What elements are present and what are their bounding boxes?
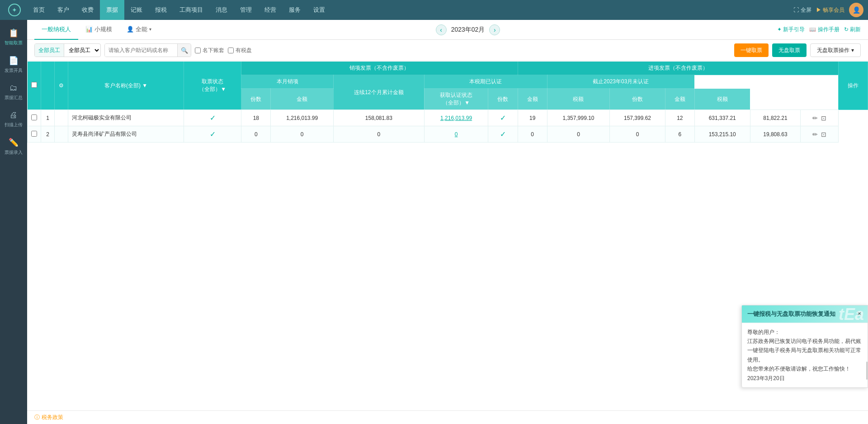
app-logo: ✦ xyxy=(5,0,24,20)
cert-status-icon-row1: ✓ xyxy=(500,114,506,122)
sidebar-item-scan-upload[interactable]: 🖨 扫描上传 xyxy=(2,107,25,132)
col-checkbox-header xyxy=(28,62,41,110)
nav-accounting[interactable]: 记账 xyxy=(124,0,149,20)
issue-invoice-icon: 📄 xyxy=(9,56,19,66)
col-monthly-sale: 本月销项 xyxy=(241,75,334,89)
one-click-fetch-button[interactable]: 一键取票 xyxy=(734,43,769,57)
col-cert-status[interactable]: 获取认证状态（全部）▼ xyxy=(424,89,488,110)
col-gear-header: ⚙ xyxy=(55,62,68,110)
employee-selector[interactable]: 全部员工 全部员工 xyxy=(34,43,101,57)
col-cur-tax: 税额 xyxy=(547,89,609,110)
nav-customer[interactable]: 客户 xyxy=(51,0,75,20)
nav-tax[interactable]: 报税 xyxy=(149,0,173,20)
col-sale-invoice-group: 销项发票（不含作废票） xyxy=(241,62,518,75)
col-cumulative-12m: 连续12个月累计金额 xyxy=(333,75,424,110)
row1-customer-name: 河北柯磁极实业有限公司 xyxy=(68,110,184,126)
under-account-check[interactable] xyxy=(195,48,201,53)
scan-upload-icon: 🖨 xyxy=(9,110,18,120)
member-btn[interactable]: ▶ 畅享会员 xyxy=(816,6,844,14)
tab-all[interactable]: 👤 全能 ▾ xyxy=(119,20,159,40)
data-entry-icon: ✏️ xyxy=(9,138,19,148)
row1-checkbox[interactable] xyxy=(28,110,41,126)
svg-text:✦: ✦ xyxy=(12,6,17,14)
invoice-summary-icon: 🗂 xyxy=(9,83,18,93)
row2-sale-count: 0 xyxy=(241,126,271,143)
has-tax-disk-checkbox[interactable]: 有税盘 xyxy=(228,47,252,54)
current-month: 2023年02月 xyxy=(451,26,485,34)
sidebar: 📋 智能取票 📄 发票开具 🗂 票据汇总 🖨 扫描上传 ✏️ 票据录入 xyxy=(0,20,27,424)
search-input[interactable] xyxy=(105,43,177,57)
has-tax-disk-check[interactable] xyxy=(228,48,234,53)
col-customer-header[interactable]: 客户名称(全部) ▼ xyxy=(68,62,184,110)
sidebar-item-label-issue-invoice: 发票开具 xyxy=(5,67,23,74)
popup-text: 尊敬的用户： 江苏政务网已恢复访问电子税务局功能，易代账一键登陆电子税务局与无盘… xyxy=(747,328,862,383)
sidebar-item-data-entry[interactable]: ✏️ 票据录入 xyxy=(2,134,25,159)
col-sale-amount: 金额 xyxy=(271,89,333,110)
bottom-bar: ⓘ 税务政策 xyxy=(27,410,868,424)
under-account-checkbox[interactable]: 名下账套 xyxy=(195,47,224,54)
nav-invoice[interactable]: 票据 xyxy=(100,0,124,20)
invoice-table: ⚙ 客户名称(全部) ▼ 取票状态（全部）▼ 销项发票（不含作废票） 进项发票（… xyxy=(27,61,868,143)
select-all-checkbox[interactable] xyxy=(31,82,37,88)
nav-operation[interactable]: 经营 xyxy=(258,0,283,20)
row1-action: ✏ ⊡ xyxy=(801,110,838,126)
cert-status-icon-row2: ✓ xyxy=(500,130,506,138)
row2-cumulative[interactable]: 0 xyxy=(424,126,488,143)
layout: 📋 智能取票 📄 发票开具 🗂 票据汇总 🖨 扫描上传 ✏️ 票据录入 一般纳税… xyxy=(0,20,868,424)
row1-copy-btn[interactable]: ⊡ xyxy=(821,114,826,122)
sidebar-item-label-scan-upload: 扫描上传 xyxy=(5,122,23,128)
row2-sale-tax: 0 xyxy=(333,126,424,143)
row1-index: 1 xyxy=(41,110,55,126)
nav-home[interactable]: 首页 xyxy=(27,0,51,20)
col-action-header: 操作 xyxy=(838,62,868,110)
main-nav: 首页 客户 收费 票据 记账 报税 工商项目 消息 管理 经营 服务 设置 xyxy=(27,0,793,20)
search-button[interactable]: 🔍 xyxy=(177,43,191,57)
header-group-row: ⚙ 客户名称(全部) ▼ 取票状态（全部）▼ 销项发票（不含作废票） 进项发票（… xyxy=(28,62,868,75)
row1-uncert-amount: 631,337.21 xyxy=(694,110,750,126)
sub-tabs: 一般纳税人 📊 小规模 👤 全能 ▾ ‹ 2023年02月 › ✦ 新手引导 📖… xyxy=(27,20,868,40)
manual-btn[interactable]: 📖 操作手册 xyxy=(809,26,839,33)
guide-btn[interactable]: ✦ 新手引导 xyxy=(777,26,805,33)
sidebar-item-smart-fetch[interactable]: 📋 智能取票 xyxy=(2,24,25,50)
fullscreen-btn[interactable]: ⛶ 全屏 xyxy=(793,6,811,14)
nav-business[interactable]: 工商项目 xyxy=(173,0,209,20)
prev-month-btn[interactable]: ‹ xyxy=(436,24,447,35)
refresh-btn[interactable]: ↻ 刷新 xyxy=(844,26,861,33)
table-row: 2 灵寿县尚泽矿产品有限公司 ✓ 0 0 0 0 ✓ 0 0 0 6 153,2… xyxy=(28,126,868,143)
row1-cumulative[interactable]: 1,216,013.99 xyxy=(424,110,488,126)
no-disk-fetch-button[interactable]: 无盘取票 xyxy=(772,43,807,57)
employee-select[interactable]: 全部员工 xyxy=(64,43,100,57)
no-disk-more-button[interactable]: 无盘取票操作 ▾ xyxy=(810,43,861,57)
tab-general[interactable]: 一般纳税人 xyxy=(34,20,78,40)
sidebar-item-invoice-summary[interactable]: 🗂 票据汇总 xyxy=(2,80,25,105)
all-icon: 👤 xyxy=(127,26,134,33)
col-cur-count: 份数 xyxy=(488,89,518,110)
scrollbar[interactable] xyxy=(866,362,868,380)
row2-edit-btn[interactable]: ✏ xyxy=(812,131,818,138)
nav-settings[interactable]: 设置 xyxy=(307,0,331,20)
col-cur-amount: 金额 xyxy=(518,89,547,110)
row1-edit-btn[interactable]: ✏ xyxy=(812,114,818,122)
nav-message[interactable]: 消息 xyxy=(209,0,234,20)
row2-cur-tax: 0 xyxy=(610,126,665,143)
nav-management[interactable]: 管理 xyxy=(234,0,258,20)
sidebar-item-issue-invoice[interactable]: 📄 发票开具 xyxy=(2,52,25,77)
col-purchase-invoice-group: 进项发票（不含作废票） xyxy=(518,62,838,75)
col-uncert-to-march: 截止2023年03月未认证 xyxy=(547,75,694,89)
col-fetch-status-header[interactable]: 取票状态（全部）▼ xyxy=(184,62,241,110)
next-month-btn[interactable]: › xyxy=(489,24,500,35)
employee-selector-label: 全部员工 xyxy=(35,43,64,57)
row2-copy-btn[interactable]: ⊡ xyxy=(821,131,826,138)
col-uncert-amount: 金额 xyxy=(665,89,694,110)
nav-service[interactable]: 服务 xyxy=(283,0,307,20)
avatar[interactable]: 👤 xyxy=(849,3,863,17)
col-sale-count: 份数 xyxy=(241,89,271,110)
row2-checkbox[interactable] xyxy=(28,126,41,143)
tab-small[interactable]: 📊 小规模 xyxy=(78,20,119,40)
row1-cur-count: 19 xyxy=(518,110,547,126)
nav-collection[interactable]: 收费 xyxy=(75,0,100,20)
tax-policy-link[interactable]: 税务政策 xyxy=(42,414,63,421)
smart-fetch-icon: 📋 xyxy=(9,28,19,38)
row2-uncert-amount: 153,215.10 xyxy=(694,126,750,143)
row1-uncert-tax: 81,822.21 xyxy=(750,110,801,126)
